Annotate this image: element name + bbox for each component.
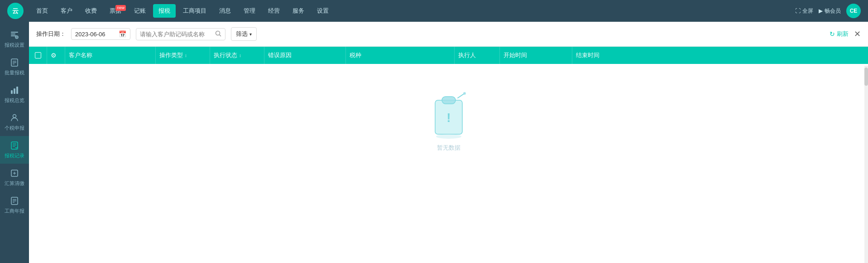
sort-icon-exec-status: ↕ [239,53,241,58]
th-executor: 执行人 [455,47,500,64]
empty-text: 暂无数据 [437,144,460,152]
nav-item-invoice[interactable]: 票据 new [104,4,127,18]
th-start-time: 开始时间 [500,47,572,64]
th-error-reason: 错误原因 [264,47,346,64]
personal-tax-icon [10,113,19,123]
sidebar-label-tax-settings: 报税设置 [5,42,24,49]
filter-button[interactable]: 筛选 ▾ [231,27,257,41]
scroll-track[interactable] [864,66,868,263]
header-checkbox[interactable] [35,52,41,58]
search-wrap[interactable] [136,28,225,40]
svg-rect-31 [442,97,456,104]
th-settings: ⚙ [47,47,65,64]
svg-point-36 [436,134,461,139]
svg-text:!: ! [446,111,451,125]
main-layout: 报税设置 批量报税 报税总览 [0,22,868,263]
sidebar-label-tax-summary: 报税总览 [5,97,24,104]
settings-icon[interactable]: ⚙ [51,52,57,59]
th-end-time: 结束时间 [572,47,627,64]
svg-point-27 [216,31,220,35]
nav-item-bookkeeping[interactable]: 记账 [129,4,151,18]
member-button[interactable]: ▶ 畅会员 [819,7,841,15]
member-icon: ▶ [819,8,823,14]
toolbar-right: ↻ 刷新 ✕ [830,30,861,38]
sidebar: 报税设置 批量报税 报税总览 [0,22,29,263]
chevron-down-icon: ▾ [249,32,252,37]
close-button[interactable]: ✕ [854,30,861,38]
top-nav-right: ⛶ 全屏 ▶ 畅会员 CE [795,4,861,18]
nav-item-message[interactable]: 消息 [214,4,236,18]
svg-point-35 [463,92,466,95]
nav-item-tax[interactable]: 报税 [153,4,176,18]
top-nav: 云 首页 客户 收费 票据 new 记账 报税 工商项目 消息 管理 经营 服务… [0,0,868,22]
sidebar-item-settlement[interactable]: 汇算清缴 [0,164,29,191]
svg-rect-3 [11,34,15,34]
nav-item-management[interactable]: 管理 [238,4,261,18]
calendar-icon: 📅 [119,30,126,38]
annual-report-icon [10,196,19,206]
table-header: ⚙ 客户名称 操作类型 ↕ 执行状态 ↕ 错误原因 税种 [29,47,868,64]
tax-settings-icon [10,30,19,40]
nav-item-operation[interactable]: 经营 [263,4,285,18]
new-badge: new [115,5,126,11]
th-checkbox[interactable] [29,47,47,64]
th-tax-type: 税种 [346,47,455,64]
sidebar-item-tax-settings[interactable]: 报税设置 [0,25,29,53]
th-operation-type[interactable]: 操作类型 ↕ [156,47,210,64]
search-input[interactable] [140,31,212,38]
svg-rect-13 [14,88,15,94]
search-icon[interactable] [215,30,221,38]
sidebar-item-annual-report[interactable]: 工商年报 [0,191,29,219]
empty-illustration: ! [426,91,471,136]
batch-tax-icon [10,58,19,68]
tax-summary-icon [10,85,19,95]
nav-item-business[interactable]: 工商项目 [177,4,212,18]
sort-icon-operation-type: ↕ [185,53,187,58]
nav-item-billing[interactable]: 收费 [80,4,102,18]
svg-rect-12 [11,90,13,94]
sidebar-item-tax-record[interactable]: 报税记录 [0,136,29,164]
nav-item-home[interactable]: 首页 [31,4,53,18]
date-field[interactable] [75,31,116,38]
sidebar-label-personal-tax: 个税申报 [5,125,24,132]
tax-record-icon [10,141,19,151]
fullscreen-button[interactable]: ⛶ 全屏 [795,7,813,15]
content-area: 操作日期： 📅 筛选 ▾ ↻ [29,22,868,263]
sidebar-item-tax-summary[interactable]: 报税总览 [0,81,29,108]
date-input[interactable]: 📅 [71,28,130,40]
sidebar-label-batch-tax: 批量报税 [5,69,24,76]
sidebar-label-tax-record: 报税记录 [5,152,24,159]
scroll-thumb[interactable] [864,68,868,86]
avatar[interactable]: CE [846,4,861,18]
table-container: ⚙ 客户名称 操作类型 ↕ 执行状态 ↕ 错误原因 税种 [29,47,868,263]
sidebar-item-personal-tax[interactable]: 个税申报 [0,108,29,136]
svg-rect-14 [16,87,18,94]
nav-menu: 首页 客户 收费 票据 new 记账 报税 工商项目 消息 管理 经营 服务 设… [31,4,795,18]
empty-state: ! 暂无数据 [29,64,868,179]
filter-label: 筛选 [236,30,248,38]
refresh-button[interactable]: ↻ 刷新 [830,30,849,38]
refresh-icon: ↻ [830,30,835,38]
th-client-name: 客户名称 [65,47,156,64]
svg-text:云: 云 [12,7,19,15]
sidebar-label-annual-report: 工商年报 [5,208,24,214]
svg-rect-2 [11,32,18,33]
app-logo[interactable]: 云 [7,3,24,19]
fullscreen-icon: ⛶ [795,8,801,14]
sidebar-label-settlement: 汇算清缴 [5,180,24,187]
nav-item-service[interactable]: 服务 [287,4,310,18]
settlement-icon [10,168,19,178]
th-exec-status[interactable]: 执行状态 ↕ [210,47,264,64]
date-label: 操作日期： [36,30,66,38]
svg-point-15 [13,115,16,118]
toolbar: 操作日期： 📅 筛选 ▾ ↻ [29,22,868,47]
svg-line-28 [220,34,221,36]
sidebar-item-batch-tax[interactable]: 批量报税 [0,53,29,81]
nav-item-settings[interactable]: 设置 [312,4,334,18]
nav-item-customer[interactable]: 客户 [55,4,78,18]
